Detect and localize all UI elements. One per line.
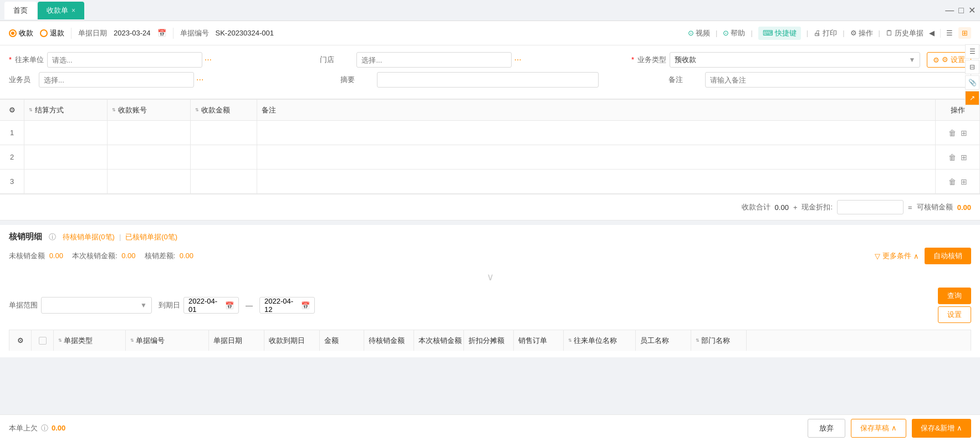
right-icon-list[interactable]: ☰ [965, 44, 979, 59]
vtable-col-check[interactable] [32, 330, 54, 351]
bottom-info-icon[interactable]: ⓘ [41, 423, 48, 433]
biz-field: * 业务类型 预收款 ▼ [631, 52, 920, 68]
row1-jine[interactable] [191, 121, 257, 145]
sum-value: 0.00 [775, 203, 789, 212]
shortcut-button[interactable]: ⌨ 快捷键 [758, 27, 801, 40]
row2-beizhu[interactable] [257, 145, 936, 169]
tab-active[interactable]: 收款单 × [38, 2, 84, 19]
close-window-button[interactable]: ✕ [968, 5, 976, 16]
tab-active-label: 收款单 [47, 2, 68, 19]
row1-copy-button[interactable]: ⊞ [961, 129, 967, 137]
vtable-col-num: ⇅ 单据编号 [126, 330, 209, 351]
row2-shoukuan[interactable] [108, 145, 191, 169]
row2-jiesuan[interactable] [24, 145, 108, 169]
abandon-button[interactable]: 放弃 [808, 419, 845, 438]
receipt-radio[interactable]: 收款 [9, 28, 33, 38]
tab-pending[interactable]: 待核销单据(0笔) [63, 232, 115, 242]
table-row: 3 🗑 ⊞ [0, 170, 980, 194]
print-button[interactable]: 🖨 打印 [814, 28, 837, 38]
shop-more-button[interactable]: ··· [512, 55, 523, 65]
save-new-button[interactable]: 保存&新增 ∧ [912, 419, 971, 438]
receipt-type-group: 收款 退款 [9, 28, 64, 38]
biz-select[interactable]: 预收款 ▼ [670, 52, 921, 68]
grid-view-button[interactable]: ⊞ [958, 27, 971, 39]
row3-jine[interactable] [191, 170, 257, 193]
row3-shoukuan[interactable] [108, 170, 191, 193]
range-select[interactable]: ▼ [41, 297, 152, 314]
shop-input[interactable] [356, 52, 512, 68]
partner-input[interactable] [47, 52, 202, 68]
prev-button[interactable]: ◀ [929, 29, 935, 37]
save-btn-label: 保存&新增 [921, 423, 955, 433]
date-from-input[interactable]: 2022-04-01 📅 [183, 297, 239, 314]
vtable-col-settings[interactable]: ⚙ [9, 330, 32, 351]
this-stat: 本次核销金额: 0.00 [72, 251, 136, 261]
right-icon-expand[interactable]: ↗ [965, 91, 979, 105]
nav-divider [940, 29, 941, 38]
query-button[interactable]: 查询 [938, 288, 971, 304]
row2-delete-button[interactable]: 🗑 [948, 153, 956, 162]
biz-chevron-icon: ▼ [908, 56, 915, 64]
refund-radio[interactable]: 退款 [40, 28, 64, 38]
verify-setting-button[interactable]: 设置 [938, 306, 971, 323]
tab-done[interactable]: 已核销单据(0笔) [125, 232, 177, 242]
biz-select-value: 预收款 [675, 55, 696, 65]
row1-delete-button[interactable]: 🗑 [948, 129, 956, 137]
history-button[interactable]: 🗒 历史单据 [886, 28, 923, 38]
row2-copy-button[interactable]: ⊞ [961, 153, 967, 162]
cal-to-icon[interactable]: 📅 [301, 301, 310, 310]
vtable-col-this: 本次核销金额 [414, 330, 464, 351]
sort-num-icon[interactable]: ⇅ [130, 339, 134, 343]
sort-partner-icon[interactable]: ⇅ [568, 339, 572, 343]
vtable-checkbox-all[interactable] [39, 337, 47, 345]
summary-input[interactable] [377, 72, 599, 88]
row2-jine[interactable] [191, 145, 257, 169]
minimize-button[interactable]: — [945, 5, 954, 16]
staff-more-button[interactable]: ··· [194, 75, 206, 85]
auto-verify-button[interactable]: 自动核销 [925, 248, 971, 264]
tab-close-icon[interactable]: × [72, 2, 75, 19]
equals-sign: = [908, 203, 912, 212]
tab-home[interactable]: 首页 [4, 2, 37, 19]
save-draft-button[interactable]: 保存草稿 ∧ [851, 419, 906, 438]
date-to-input[interactable]: 2022-04-12 📅 [259, 297, 315, 314]
staff-input[interactable] [39, 72, 194, 88]
maximize-button[interactable]: □ [958, 5, 964, 16]
video-button[interactable]: ⊙ 视频 [688, 28, 710, 38]
row1-actions: 🗑 ⊞ [936, 121, 980, 145]
expand-icon[interactable]: ∨ [487, 271, 494, 283]
verify-info-icon[interactable]: ⓘ [49, 232, 56, 242]
partner-more-button[interactable]: ··· [202, 55, 214, 65]
unverified-value: 0.00 [49, 252, 63, 260]
row3-copy-button[interactable]: ⊞ [961, 177, 967, 186]
row3-delete-button[interactable]: 🗑 [948, 177, 956, 186]
sort-jiesuan-icon[interactable]: ⇅ [29, 108, 33, 112]
ops-button[interactable]: ⚙ 操作 [850, 28, 873, 38]
sort-type-icon[interactable]: ⇅ [58, 339, 62, 343]
sort-jine-icon[interactable]: ⇅ [195, 108, 199, 112]
num-value: SK-20230324-001 [216, 29, 274, 37]
sort-shoukuan-icon[interactable]: ⇅ [112, 108, 116, 112]
date-from-value: 2022-04-01 [188, 297, 223, 314]
discount-input[interactable] [837, 200, 904, 214]
tab-bar-controls: — □ ✕ [945, 5, 976, 16]
note-input[interactable] [705, 72, 971, 88]
row1-beizhu[interactable] [257, 121, 936, 145]
right-icon-table[interactable]: ⊟ [965, 60, 979, 74]
partner-required: * [9, 55, 12, 64]
num-label: 单据编号 [180, 28, 209, 38]
date-value[interactable]: 2023-03-24 [114, 29, 151, 37]
table-col-settings[interactable]: ⚙ [0, 100, 24, 120]
row3-jiesuan[interactable] [24, 170, 108, 193]
calendar-icon[interactable]: 📅 [157, 29, 166, 37]
list-view-button[interactable]: ☰ [946, 29, 953, 37]
row1-shoukuan[interactable] [108, 121, 191, 145]
right-icon-attach[interactable]: 📎 [965, 75, 979, 90]
cal-from-icon[interactable]: 📅 [225, 301, 234, 310]
more-filters-button[interactable]: ▽ 更多条件 ∧ [875, 251, 919, 261]
help-button[interactable]: ⊙ 帮助 [723, 28, 745, 38]
sort-dept-icon[interactable]: ⇅ [696, 339, 700, 343]
bottom-left: 本单上欠 ⓘ 0.00 [9, 423, 65, 433]
row1-jiesuan[interactable] [24, 121, 108, 145]
row3-beizhu[interactable] [257, 170, 936, 193]
